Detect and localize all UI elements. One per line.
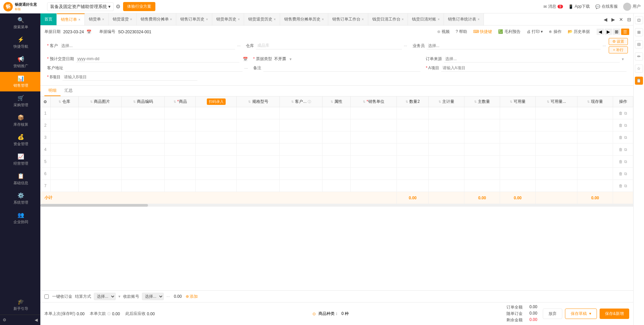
operation-btn[interactable]: ⊕ 操作 [547, 28, 563, 35]
calendar-icon[interactable]: 📅 [86, 30, 91, 34]
tab-daily-reconcile[interactable]: 钱货日清对账 × [408, 13, 444, 26]
sidebar-item-operations[interactable]: 📈 经营管理 [0, 150, 40, 169]
copy-icon[interactable]: ⧉ [624, 171, 627, 176]
tab-close-icon[interactable]: × [130, 17, 132, 21]
salesperson-more-icon[interactable]: ··· [603, 43, 606, 48]
tab-detail[interactable]: 明细 [44, 86, 61, 96]
system-selector[interactable]: 装备及固定资产辅助管理系统 ▾ [47, 2, 114, 11]
right-btn-2[interactable]: ⊞ [635, 28, 643, 36]
customer-more-icon[interactable]: ··· [237, 43, 240, 48]
copy-icon[interactable]: ⧉ [624, 147, 627, 152]
tab-close-icon[interactable]: × [362, 17, 364, 21]
copy-icon[interactable]: ⧉ [624, 111, 627, 116]
address-more-icon[interactable]: ··· [244, 66, 248, 71]
tab-slip-history[interactable]: 销货单历史 × [212, 13, 244, 26]
tab-sales-expense[interactable]: 销售费用分摊单 × [137, 13, 177, 26]
copy-icon[interactable]: ⧉ [624, 159, 627, 164]
tab-order-stats[interactable]: 销售订单统计表 × [444, 13, 484, 26]
sidebar-item-marketing[interactable]: 📢 营销推广 [0, 52, 40, 72]
address-input[interactable] [65, 65, 242, 72]
order-source-dropdown[interactable]: ▾ [622, 57, 624, 62]
sidebar-item-guide[interactable]: 🎓 新手引导 [0, 295, 40, 315]
tab-sales-return[interactable]: 销货退货 × [109, 13, 137, 26]
sidebar-item-search[interactable]: 🔍 搜索菜单 [0, 13, 40, 33]
sidebar-item-sales[interactable]: 📊 销售管理 [0, 72, 40, 91]
warehouse-input[interactable] [256, 42, 402, 49]
sidebar-item-quicknav[interactable]: ⚡ 快捷导航 [0, 33, 40, 52]
online-service-item[interactable]: 💬 在线客服 [595, 4, 618, 9]
tab-summary[interactable]: 汇总 [61, 86, 77, 96]
add-row-button[interactable]: + 补行 [609, 46, 628, 53]
tab-close-icon[interactable]: × [274, 17, 276, 21]
a-project-input[interactable] [441, 65, 627, 72]
sidebar-item-finance[interactable]: 💰 资金管理 [0, 130, 40, 150]
help-btn[interactable]: ? 帮助 [454, 28, 469, 35]
right-btn-1[interactable]: ⊡ [635, 16, 643, 24]
warehouse-more-icon[interactable]: ··· [404, 43, 407, 48]
account-select[interactable]: 选择... [142, 293, 164, 300]
sidebar-item-enterprise[interactable]: 👥 企业协同 [0, 208, 40, 228]
add-button[interactable]: ⊕ 添加 [186, 294, 198, 299]
user-item[interactable]: 用户 [623, 3, 641, 11]
tab-close-icon[interactable]: × [322, 17, 324, 21]
tab-home[interactable]: 首页 [40, 13, 57, 26]
order-source-input[interactable] [444, 55, 620, 63]
tab-close-icon[interactable]: × [238, 17, 240, 21]
right-btn-3[interactable]: ⊟ [635, 40, 643, 48]
delivery-date-input[interactable] [76, 55, 239, 63]
tab-expense-history[interactable]: 销售费用分摊单历史 × [280, 13, 328, 26]
tab-close-icon[interactable]: × [478, 17, 480, 21]
print-btn[interactable]: 🖨 打印 ▾ [525, 28, 545, 35]
scrollbar-thumb[interactable] [40, 204, 148, 207]
tab-prev-button[interactable]: ◀ [602, 13, 609, 26]
delete-icon[interactable]: 🗑 [619, 135, 623, 140]
tab-sales-order[interactable]: 销售订单 × [57, 13, 85, 26]
message-item[interactable]: ✉ 消息 9 [543, 4, 563, 9]
app-download-item[interactable]: 📱 App下载 [568, 4, 590, 9]
settings-button[interactable]: ⚙ 设置 [609, 38, 628, 45]
history-btn[interactable]: 📂 历史单据 [566, 28, 592, 35]
settings-icon[interactable]: ⚙ [116, 3, 120, 10]
right-btn-4[interactable]: ✏ [635, 52, 643, 60]
invoice-dropdown-icon[interactable]: ▾ [290, 57, 292, 62]
toolbar-grid-icon[interactable]: ⊞ [613, 29, 620, 35]
right-btn-5[interactable]: ☆ [635, 65, 643, 73]
tab-sales-slip[interactable]: 销货单 × [85, 13, 109, 26]
account-more-icon[interactable]: ··· [166, 294, 170, 299]
shortcut-btn[interactable]: ⌨ 快捷键 [471, 28, 494, 35]
discard-button[interactable]: 放弃 [543, 309, 562, 319]
sidebar-collapse-icon[interactable]: ⚙ [3, 318, 6, 322]
solution-button[interactable]: 体验行业方案 [123, 2, 155, 11]
sidebar-item-system[interactable]: ⚙️ 系统管理 [0, 189, 40, 208]
sidebar-item-inventory[interactable]: 📦 库存核算 [0, 111, 40, 130]
tab-close-icon[interactable]: × [78, 18, 80, 22]
tab-order-history[interactable]: 销售订单历史 × [176, 13, 212, 26]
quick-settle-checkbox[interactable] [44, 294, 49, 299]
delete-icon[interactable]: 🗑 [619, 147, 623, 152]
right-btn-6[interactable]: 📋 [635, 77, 643, 85]
table-scrollbar[interactable] [40, 204, 633, 207]
toolbar-list-icon[interactable]: ☰ [621, 29, 629, 35]
tab-close-icon[interactable]: × [170, 17, 172, 21]
tab-daily-workbench[interactable]: 钱货日清工作台 × [368, 13, 408, 26]
video-btn[interactable]: ⊙ 视频 [435, 28, 452, 35]
scan-button[interactable]: 扫码录入 [207, 98, 226, 105]
copy-icon[interactable]: ⧉ [624, 184, 627, 188]
delete-icon[interactable]: 🗑 [619, 171, 623, 176]
sidebar-item-purchase[interactable]: 🛒 采购管理 [0, 91, 40, 111]
save-new-button[interactable]: 保存&新增 [600, 309, 629, 319]
delete-icon[interactable]: 🗑 [619, 184, 623, 188]
delete-icon[interactable]: 🗑 [619, 111, 623, 116]
salesperson-input[interactable] [427, 42, 601, 49]
tab-more-button[interactable]: ⊟ [625, 13, 633, 26]
copy-icon[interactable]: ⧉ [624, 135, 627, 140]
toolbar-left-arrow[interactable]: ◀ [597, 29, 604, 35]
b-project-input[interactable] [63, 74, 197, 81]
save-draft-button[interactable]: 保存草稿 ▾ [565, 309, 597, 319]
tab-return-history[interactable]: 销货退货历史 × [244, 13, 280, 26]
settle-method-select[interactable]: 选择... [94, 293, 116, 300]
sidebar-item-basic-info[interactable]: 📋 基础信息 [0, 169, 40, 189]
tab-close-icon[interactable]: × [402, 17, 404, 21]
tab-close-icon[interactable]: × [102, 17, 104, 21]
customer-input[interactable] [60, 42, 235, 49]
